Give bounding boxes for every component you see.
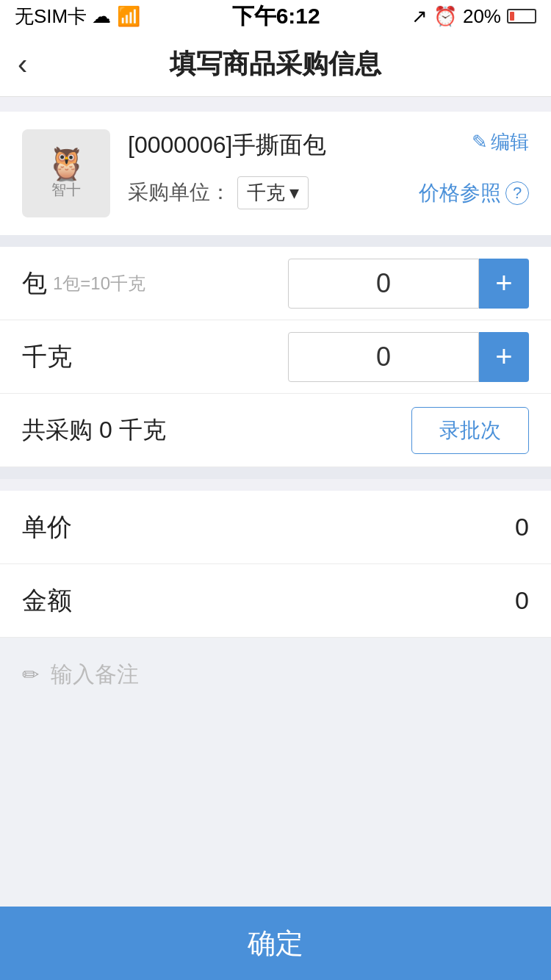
edit-label: 编辑 bbox=[491, 129, 529, 155]
section-divider-1 bbox=[0, 235, 551, 247]
bag-plus-button[interactable]: + bbox=[479, 259, 529, 309]
unit-price-value: 0 bbox=[515, 513, 529, 541]
sim-label: 无SIM卡 ☁ bbox=[15, 4, 111, 29]
status-time: 下午6:12 bbox=[232, 1, 320, 32]
bag-label: 包 bbox=[22, 267, 47, 300]
status-bar: 无SIM卡 ☁ 📶 下午6:12 ↗ ⏰ 20% bbox=[0, 0, 551, 32]
bag-sublabel: 1包=10千克 bbox=[53, 272, 145, 295]
help-icon: ? bbox=[505, 181, 529, 205]
kg-label: 千克 bbox=[22, 340, 72, 374]
unit-label-wrap: 采购单位： 千克 ▾ bbox=[128, 176, 309, 209]
unit-price-row: 单价 0 bbox=[0, 491, 551, 564]
bag-field-wrap: 0 + bbox=[145, 259, 529, 309]
wifi-icon: 📶 bbox=[117, 5, 140, 28]
battery-percent: 20% bbox=[463, 5, 501, 28]
amount-row: 金额 0 bbox=[0, 564, 551, 638]
alarm-icon: ⏰ bbox=[433, 5, 457, 28]
unit-label: 采购单位： bbox=[128, 181, 231, 203]
section-divider-2 bbox=[0, 467, 551, 479]
price-info-section: 单价 0 金额 0 bbox=[0, 491, 551, 638]
kg-plus-button[interactable]: + bbox=[479, 332, 529, 382]
price-ref-button[interactable]: 价格参照 ? bbox=[419, 179, 529, 207]
status-left: 无SIM卡 ☁ 📶 bbox=[15, 4, 140, 29]
kg-field-wrap: 0 + bbox=[72, 332, 529, 382]
unit-price-label: 单价 bbox=[22, 511, 72, 544]
record-batch-button[interactable]: 录批次 bbox=[411, 407, 529, 454]
product-image: 🦉 智十 bbox=[22, 129, 110, 217]
unit-select[interactable]: 千克 ▾ bbox=[237, 176, 309, 209]
location-icon: ↗ bbox=[411, 5, 428, 28]
total-row: 共采购 0 千克 录批次 bbox=[0, 394, 551, 467]
bag-input-row: 包 1包=10千克 0 + bbox=[0, 247, 551, 320]
product-name-row: [0000006]手撕面包 ✎ 编辑 bbox=[128, 129, 529, 162]
amount-value: 0 bbox=[515, 586, 529, 615]
confirm-button[interactable]: 确定 bbox=[0, 907, 551, 980]
product-name: [0000006]手撕面包 bbox=[128, 129, 326, 162]
edit-icon: ✎ bbox=[472, 131, 488, 154]
dropdown-icon: ▾ bbox=[289, 181, 299, 204]
back-button[interactable]: ‹ bbox=[18, 48, 27, 81]
page-title: 填写商品采购信息 bbox=[170, 46, 381, 82]
pencil-icon: ✏ bbox=[22, 663, 39, 687]
remark-section[interactable]: ✏ 输入备注 bbox=[0, 638, 551, 712]
status-right: ↗ ⏰ 20% bbox=[411, 5, 536, 28]
product-info: [0000006]手撕面包 ✎ 编辑 采购单位： 千克 ▾ 价格参照 ? bbox=[128, 129, 529, 209]
amount-label: 金额 bbox=[22, 584, 72, 618]
kg-input[interactable]: 0 bbox=[288, 332, 479, 382]
kg-input-row: 千克 0 + bbox=[0, 320, 551, 394]
remark-placeholder: 输入备注 bbox=[51, 660, 139, 690]
total-text: 共采购 0 千克 bbox=[22, 414, 166, 447]
product-logo: 🦉 bbox=[46, 148, 87, 180]
unit-value: 千克 bbox=[247, 180, 285, 206]
price-ref-label: 价格参照 bbox=[419, 179, 501, 207]
product-card: 🦉 智十 [0000006]手撕面包 ✎ 编辑 采购单位： 千克 ▾ 价格参照 … bbox=[0, 112, 551, 235]
nav-bar: ‹ 填写商品采购信息 bbox=[0, 32, 551, 97]
input-section: 包 1包=10千克 0 + 千克 0 + 共采购 0 千克 录批次 bbox=[0, 247, 551, 467]
product-logo-label: 智十 bbox=[46, 180, 87, 200]
edit-button[interactable]: ✎ 编辑 bbox=[472, 129, 529, 155]
battery-icon bbox=[507, 9, 536, 24]
product-unit-row: 采购单位： 千克 ▾ 价格参照 ? bbox=[128, 176, 529, 209]
bag-input[interactable]: 0 bbox=[288, 259, 479, 309]
